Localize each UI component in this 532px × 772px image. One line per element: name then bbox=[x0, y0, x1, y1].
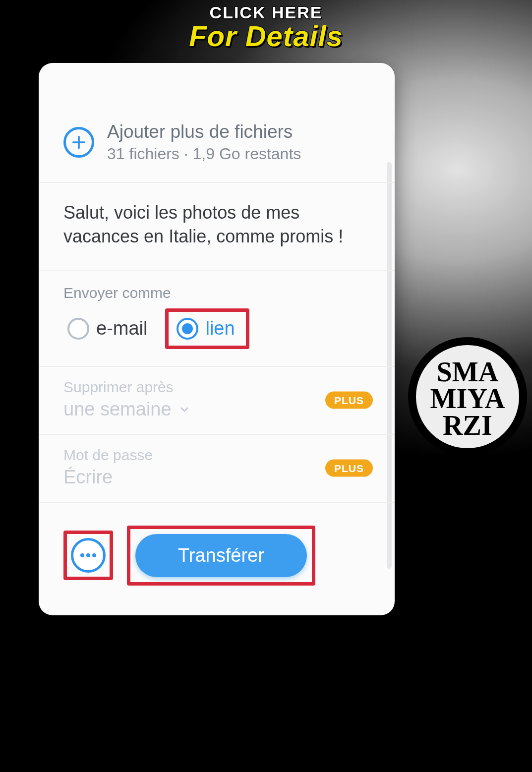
transfer-card: Ajouter plus de fichiers 31 fichiers · 1… bbox=[39, 63, 395, 615]
more-options-button[interactable] bbox=[71, 538, 106, 573]
delete-after-value: une semaine bbox=[63, 399, 172, 420]
add-files-title: Ajouter plus de fichiers bbox=[107, 121, 301, 143]
message-text[interactable]: Salut, voici les photos de mes vacances … bbox=[39, 183, 395, 271]
plus-badge[interactable]: PLUS bbox=[325, 460, 373, 477]
send-as-section: Envoyer comme e-mail lien bbox=[39, 271, 395, 367]
svg-text:SMA: SMA bbox=[437, 356, 499, 387]
plus-badge[interactable]: PLUS bbox=[325, 392, 373, 409]
radio-link[interactable]: lien bbox=[173, 315, 238, 343]
svg-point-7 bbox=[92, 553, 96, 557]
radio-email[interactable]: e-mail bbox=[63, 315, 151, 343]
svg-text:RZI: RZI bbox=[443, 410, 492, 441]
radio-icon bbox=[177, 318, 198, 340]
radio-icon bbox=[67, 318, 89, 340]
speech-bubble: SMA MIYA RZI bbox=[408, 337, 527, 456]
send-as-label: Envoyer comme bbox=[63, 285, 370, 301]
password-row[interactable]: Mot de passe Écrire PLUS bbox=[39, 435, 395, 503]
add-files-subtitle: 31 fichiers · 1,9 Go restants bbox=[107, 145, 301, 163]
password-placeholder: Écrire bbox=[63, 467, 113, 488]
add-files-row[interactable]: Ajouter plus de fichiers 31 fichiers · 1… bbox=[39, 63, 395, 183]
svg-point-6 bbox=[86, 553, 90, 557]
delete-after-label: Supprimer après bbox=[63, 379, 370, 396]
svg-point-5 bbox=[80, 553, 84, 557]
chevron-down-icon bbox=[178, 399, 190, 420]
svg-text:MIYA: MIYA bbox=[430, 383, 505, 414]
radio-link-label: lien bbox=[205, 318, 235, 339]
transfer-button[interactable]: Transférer bbox=[135, 534, 307, 577]
highlight-box-more bbox=[63, 531, 113, 580]
highlight-box-link: lien bbox=[165, 308, 249, 349]
radio-email-label: e-mail bbox=[96, 318, 147, 339]
card-footer: Transférer bbox=[39, 503, 395, 615]
plus-icon bbox=[63, 127, 94, 158]
delete-after-row[interactable]: Supprimer après une semaine PLUS bbox=[39, 367, 395, 435]
password-label: Mot de passe bbox=[63, 447, 370, 464]
highlight-box-transfer: Transférer bbox=[127, 526, 315, 586]
